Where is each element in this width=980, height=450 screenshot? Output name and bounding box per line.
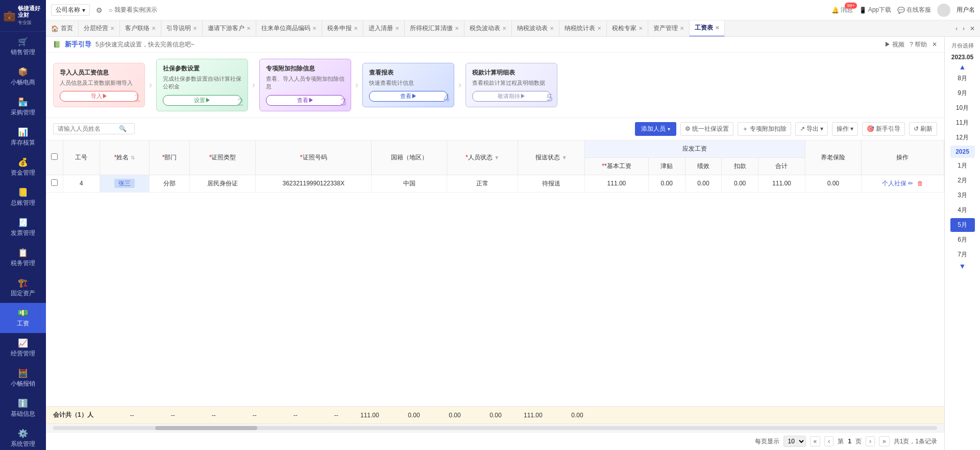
online-service-button[interactable]: 💬 在线客服 — [897, 6, 931, 14]
tab-close-icon[interactable]: ✕ — [715, 25, 719, 31]
delete-button[interactable]: 🗑 — [917, 180, 923, 187]
search-input[interactable] — [58, 125, 119, 132]
scrollbar-thumb[interactable] — [155, 426, 257, 430]
row-checkbox[interactable] — [51, 179, 58, 186]
message-button[interactable]: 🔔 消息 99+ — [831, 6, 853, 14]
tab-tax-declare[interactable]: 税务申报 ✕ — [322, 20, 363, 37]
sidebar-item-salary[interactable]: 💵 工资 — [0, 303, 46, 333]
tab-close-icon[interactable]: ✕ — [152, 26, 156, 31]
month-item-1[interactable]: 1月 — [950, 159, 975, 173]
export-button[interactable]: ↗ 导出 ▾ — [795, 122, 828, 136]
sidebar-item-invoice[interactable]: 🧾 发票管理 — [0, 212, 46, 243]
search-icon[interactable]: 🔍 — [119, 125, 127, 132]
sidebar-item-ops[interactable]: 📈 经营管理 — [0, 333, 46, 363]
help-link[interactable]: ? 帮助 — [910, 40, 927, 49]
month-panel-down-button[interactable]: ▼ — [959, 262, 966, 270]
special-deduction-button[interactable]: ＋ 专项附加扣除 — [738, 122, 791, 136]
tab-assets[interactable]: 资产管理 ✕ — [648, 20, 690, 37]
tab-close-icon[interactable]: ✕ — [395, 26, 399, 31]
demo-link[interactable]: ○ 我要看实例演示 — [109, 6, 157, 14]
social-security-settings-button[interactable]: ⚙ 统一社保设置 — [680, 122, 733, 136]
step-5-btn[interactable]: 敬请期待▶ — [472, 91, 551, 102]
company-selector[interactable]: 公司名称 ▾ — [51, 4, 90, 16]
name-sort-icon[interactable]: ⇅ — [131, 155, 135, 160]
tab-tax-expert[interactable]: 税检专家 ✕ — [607, 20, 648, 37]
select-all-checkbox[interactable] — [51, 153, 58, 160]
tab-home[interactable]: 🏠 首页 — [46, 20, 79, 37]
tab-close-icon[interactable]: ✕ — [639, 26, 643, 31]
sidebar-item-system[interactable]: ⚙️ 系统管理 — [0, 423, 46, 450]
add-employee-button[interactable]: 添加人员 ▾ — [635, 122, 676, 136]
month-item-7[interactable]: 7月 — [950, 248, 975, 262]
step-1-btn[interactable]: 导入▶ — [60, 91, 138, 102]
tab-close-icon[interactable]: ✕ — [502, 26, 506, 31]
step-4-btn[interactable]: 查看▶ — [369, 91, 448, 102]
sidebar-item-assets[interactable]: 🏗️ 固定资产 — [0, 273, 46, 303]
tab-tax-burden[interactable]: 税负波动表 ✕ — [464, 20, 512, 37]
edit-button[interactable]: ✏ — [908, 180, 913, 187]
tab-guide[interactable]: 引导说明 ✕ — [161, 20, 203, 37]
sidebar-item-tax[interactable]: 📋 税务管理 — [0, 243, 46, 273]
tab-close-icon[interactable]: ✕ — [680, 26, 684, 31]
step-3-btn[interactable]: 查看▶ — [266, 95, 345, 106]
app-download-button[interactable]: 📱 App下载 — [859, 6, 891, 14]
tab-income-tax[interactable]: 所得税汇算清缴 ✕ — [405, 20, 464, 37]
sidebar-item-sales[interactable]: 🛒 销售管理 — [0, 32, 46, 62]
username-label[interactable]: 用户名 — [957, 6, 975, 14]
tab-close-icon[interactable]: ✕ — [597, 26, 601, 31]
video-link[interactable]: ▶ 视频 — [885, 40, 904, 49]
month-item-2[interactable]: 2月 — [950, 174, 975, 187]
last-page-button[interactable]: » — [879, 436, 890, 446]
tab-close-icon[interactable]: ✕ — [312, 26, 316, 31]
tab-prev-button[interactable]: ‹ — [953, 24, 960, 33]
operations-button[interactable]: 操作 ▾ — [832, 122, 858, 136]
tab-tax-fluctuate[interactable]: 纳税波动表 ✕ — [512, 20, 559, 37]
personal-social-security-link[interactable]: 个人社保 — [882, 180, 906, 187]
tab-close-icon[interactable]: ✕ — [354, 26, 358, 31]
month-item-5-active[interactable]: 5月 — [950, 218, 975, 232]
tab-invite[interactable]: 邀请下游客户 ✕ — [203, 20, 256, 37]
month-item-11[interactable]: 11月 — [950, 116, 975, 130]
guide-close-button[interactable]: ✕ — [932, 41, 937, 48]
tab-close-all-button[interactable]: ✕ — [968, 24, 977, 33]
next-page-button[interactable]: › — [866, 436, 875, 446]
tab-salary[interactable]: 工资表 ✕ — [690, 20, 725, 37]
month-item-6[interactable]: 6月 — [950, 233, 975, 247]
sidebar-item-basic[interactable]: ℹ️ 基础信息 — [0, 393, 46, 423]
tab-customer[interactable]: 客户联络 ✕ — [120, 20, 161, 37]
tab-product-code[interactable]: 往来单位商品编码 ✕ — [256, 20, 322, 37]
month-item-12[interactable]: 12月 — [950, 131, 975, 145]
sidebar-item-ledger[interactable]: 📒 总账管理 — [0, 182, 46, 212]
sidebar-item-purchase[interactable]: 🏪 采购管理 — [0, 92, 46, 122]
month-panel-up-button[interactable]: ▲ — [959, 63, 966, 71]
tab-next-button[interactable]: › — [961, 24, 967, 33]
month-item-10[interactable]: 10月 — [950, 101, 975, 115]
topbar-gear-button[interactable]: ⚙ — [94, 4, 105, 16]
refresh-button[interactable]: ↺ 刷新 — [909, 122, 937, 136]
tab-fengjing[interactable]: 分层经营 ✕ — [79, 20, 120, 37]
step-2-btn[interactable]: 设置▶ — [163, 95, 241, 106]
guide-button[interactable]: 🎯 新手引导 — [862, 122, 905, 136]
horizontal-scrollbar[interactable] — [46, 423, 944, 432]
sidebar-item-ecom[interactable]: 📦 小畅电商 — [0, 62, 46, 92]
tab-register[interactable]: 进入清册 ✕ — [363, 20, 405, 37]
avatar[interactable] — [937, 4, 950, 17]
month-item-8[interactable]: 8月 — [950, 72, 975, 85]
report-filter-icon[interactable]: ▼ — [562, 155, 567, 160]
prev-page-button[interactable]: ‹ — [824, 436, 834, 446]
sidebar-item-inventory[interactable]: 📊 库存核算 — [0, 122, 46, 152]
sidebar-item-reimbursement[interactable]: 🧮 小畅报销 — [0, 363, 46, 393]
tab-tax-stats[interactable]: 纳税统计表 ✕ — [559, 20, 607, 37]
tab-close-icon[interactable]: ✕ — [247, 26, 251, 31]
month-item-3[interactable]: 3月 — [950, 188, 975, 202]
tab-close-icon[interactable]: ✕ — [193, 26, 197, 31]
tab-close-icon[interactable]: ✕ — [110, 26, 114, 31]
tab-close-icon[interactable]: ✕ — [550, 26, 554, 31]
year-2025-item[interactable]: 2025 — [950, 146, 975, 158]
per-page-select[interactable]: 10 20 50 — [783, 436, 806, 447]
sidebar-item-finance[interactable]: 💰 资金管理 — [0, 152, 46, 182]
month-item-9[interactable]: 9月 — [950, 86, 975, 100]
month-item-4[interactable]: 4月 — [950, 203, 975, 217]
tab-close-icon[interactable]: ✕ — [455, 26, 459, 31]
first-page-button[interactable]: « — [810, 436, 821, 446]
